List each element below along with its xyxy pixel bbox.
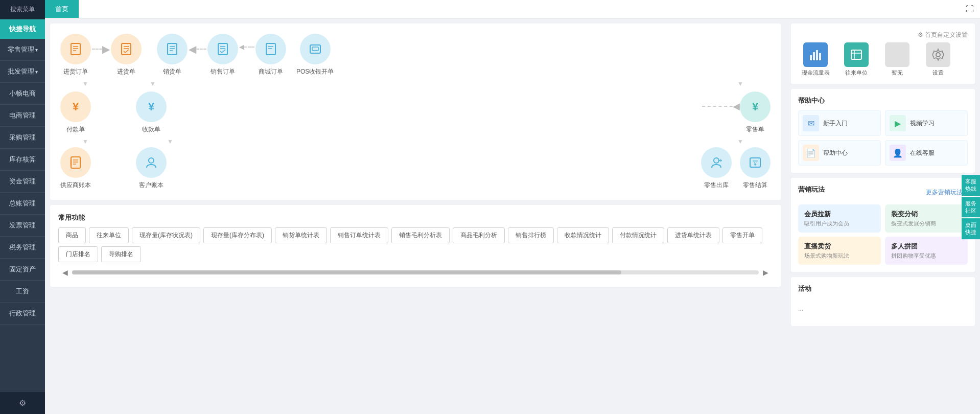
workflow-card: 进货订单 ▶ 进货单 — [50, 24, 781, 200]
sidebar: 搜索菜单 快捷导航 零售管理▾ 批发管理▾ 小畅电商 电商管理 采购管理 库存核… — [0, 0, 45, 414]
node-receipt[interactable]: ¥ 收款单 — [136, 91, 167, 134]
scroll-bar: ◀ ▶ — [58, 266, 773, 279]
common-functions: 常用功能 商品 往来单位 现存量(库存状况表) 现存量(库存分布表) 销货单统计… — [50, 205, 781, 287]
node-sales-order[interactable]: 销售订单 — [207, 34, 238, 76]
marketing-grid: 会员拉新 吸引用户成为会员 裂变分销 裂变式发展分销商 直播卖货 场景式购物新玩… — [798, 204, 968, 265]
svg-rect-11 — [218, 43, 227, 55]
scroll-track[interactable] — [72, 270, 759, 274]
btn-retail-open[interactable]: 零售开单 — [722, 227, 762, 243]
marketing-card: 营销玩法 更多营销玩法 > 会员拉新 吸引用户成为会员 裂变分销 裂变式发展分销… — [791, 178, 975, 272]
marketing-header: 营销玩法 更多营销玩法 > — [798, 185, 968, 199]
common-grid: 商品 往来单位 现存量(库存状况表) 现存量(库存分布表) 销货单统计表 销售订… — [58, 227, 773, 262]
svg-rect-17 — [310, 45, 320, 53]
svg-rect-31 — [813, 52, 815, 60]
tabs-bar: 首页 ⛶ — [45, 0, 980, 18]
common-title: 常用功能 — [58, 213, 773, 222]
btn-guide-rank[interactable]: 导购排名 — [101, 246, 141, 262]
help-item-help-center[interactable]: 📄 帮助中心 — [798, 140, 881, 166]
float-btn-desktop[interactable]: 桌面快捷 — [962, 218, 980, 239]
btn-stock-status[interactable]: 现存量(库存状况表) — [132, 227, 200, 243]
right-panel: ⚙ 首页自定义设置 现金流量表 往来单位 — [786, 18, 980, 414]
svg-rect-4 — [122, 43, 131, 55]
quick-icon-none: 暂无 — [880, 42, 915, 77]
btn-sales-stat[interactable]: 销货单统计表 — [275, 227, 327, 243]
help-item-online-service[interactable]: 👤 在线客服 — [885, 140, 968, 166]
svg-rect-7 — [168, 43, 177, 55]
btn-stock-dist[interactable]: 现存量(库存分布表) — [203, 227, 272, 243]
marketing-item-member[interactable]: 会员拉新 吸引用户成为会员 — [798, 204, 881, 233]
sidebar-item-invoice[interactable]: 发票管理 — [0, 215, 45, 237]
sidebar-item-retail[interactable]: 零售管理▾ — [0, 39, 45, 61]
btn-goods-gross[interactable]: 商品毛利分析 — [453, 227, 505, 243]
node-purchase[interactable]: 进货单 — [111, 34, 142, 76]
svg-rect-33 — [819, 53, 821, 60]
sidebar-item-general-ledger[interactable]: 总账管理 — [0, 193, 45, 215]
scroll-right[interactable]: ▶ — [761, 268, 771, 277]
btn-purchase-stat[interactable]: 进货单统计表 — [667, 227, 719, 243]
node-retail[interactable]: ¥ 零售单 — [740, 91, 771, 134]
marketing-item-live[interactable]: 直播卖货 场景式购物新玩法 — [798, 237, 881, 265]
svg-text:¥: ¥ — [753, 162, 757, 167]
node-customer-ledger[interactable]: 客户账本 — [136, 147, 167, 190]
marketing-title: 营销玩法 — [798, 185, 825, 194]
btn-sales-gross[interactable]: 销售毛利分析表 — [391, 227, 450, 243]
help-item-beginner[interactable]: ✉ 新手入门 — [798, 110, 881, 136]
sidebar-item-fixed-assets[interactable]: 固定资产 — [0, 259, 45, 281]
quick-icon-partners[interactable]: 往来单位 — [839, 42, 874, 77]
node-payment[interactable]: ¥ 付款单 — [60, 91, 91, 134]
node-supplier-ledger[interactable]: 供应商账本 — [60, 147, 91, 190]
float-buttons: 客服热线 服务社区 桌面快捷 — [962, 175, 980, 239]
scroll-left[interactable]: ◀ — [60, 268, 70, 277]
sidebar-item-ecommerce-mgmt[interactable]: 电商管理 — [0, 105, 45, 127]
sidebar-item-inventory[interactable]: 库存核算 — [0, 149, 45, 171]
activity-card: 活动 ... — [791, 277, 975, 326]
node-shop-order[interactable]: 商城订单 — [255, 34, 286, 76]
svg-rect-18 — [312, 47, 318, 51]
sidebar-item-wholesale[interactable]: 批发管理▾ — [0, 61, 45, 83]
sidebar-search[interactable]: 搜索菜单 — [0, 0, 45, 19]
btn-payment-stat[interactable]: 付款情况统计 — [612, 227, 664, 243]
quick-icon-settings[interactable]: 设置 — [921, 42, 955, 77]
sidebar-item-ecommerce[interactable]: 小畅电商 — [0, 83, 45, 105]
sidebar-nav-header: 快捷导航 — [0, 19, 45, 39]
btn-store-rank[interactable]: 门店排名 — [58, 246, 98, 262]
quick-access-card: ⚙ 首页自定义设置 现金流量表 往来单位 — [791, 24, 975, 84]
sidebar-item-tax[interactable]: 税务管理 — [0, 237, 45, 259]
help-grid: ✉ 新手入门 ▶ 视频学习 📄 帮助中心 👤 在线客服 — [798, 110, 968, 166]
svg-point-25 — [714, 158, 719, 163]
btn-sales-order-stat[interactable]: 销售订单统计表 — [330, 227, 388, 243]
sidebar-item-purchase[interactable]: 采购管理 — [0, 127, 45, 149]
svg-rect-30 — [810, 55, 812, 60]
sidebar-gear-icon[interactable]: ⚙ — [0, 392, 45, 414]
svg-rect-0 — [71, 43, 80, 55]
sidebar-item-admin[interactable]: 行政管理 — [0, 303, 45, 325]
expand-icon[interactable]: ⛶ — [960, 0, 980, 18]
svg-rect-14 — [266, 43, 275, 55]
sidebar-item-finance[interactable]: 资金管理 — [0, 171, 45, 193]
help-item-video[interactable]: ▶ 视频学习 — [885, 110, 968, 136]
node-purchase-order[interactable]: 进货订单 — [60, 34, 91, 76]
sidebar-item-payroll[interactable]: 工资 — [0, 281, 45, 303]
svg-point-24 — [149, 158, 154, 163]
node-pos[interactable]: POS收银开单 — [296, 34, 334, 76]
svg-rect-19 — [71, 157, 80, 168]
float-btn-community[interactable]: 服务社区 — [962, 197, 980, 218]
marketing-item-group[interactable]: 多人拼团 拼团购物享受优惠 — [885, 237, 968, 265]
quick-settings-btn[interactable]: ⚙ 首页自定义设置 — [918, 31, 968, 39]
node-retail-out[interactable]: 零售出库 — [701, 147, 732, 190]
float-btn-service[interactable]: 客服热线 — [962, 175, 980, 196]
main-area: 首页 ⛶ 进货订单 — [45, 0, 980, 414]
quick-icons: 现金流量表 往来单位 暂无 — [798, 42, 968, 77]
activity-title: 活动 — [798, 284, 968, 293]
btn-goods[interactable]: 商品 — [58, 227, 86, 243]
btn-sales-rank[interactable]: 销售排行榜 — [508, 227, 554, 243]
btn-partners[interactable]: 往来单位 — [89, 227, 129, 243]
node-retail-settle[interactable]: ¥ 零售结算 — [740, 147, 771, 190]
node-sales[interactable]: 销货单 — [157, 34, 188, 76]
btn-receipt-stat[interactable]: 收款情况统计 — [557, 227, 609, 243]
quick-header: ⚙ 首页自定义设置 — [798, 31, 968, 39]
content-area: 进货订单 ▶ 进货单 — [45, 18, 980, 414]
marketing-item-fission[interactable]: 裂变分销 裂变式发展分销商 — [885, 204, 968, 233]
tab-home[interactable]: 首页 — [45, 0, 79, 18]
quick-icon-cashflow[interactable]: 现金流量表 — [798, 42, 833, 77]
